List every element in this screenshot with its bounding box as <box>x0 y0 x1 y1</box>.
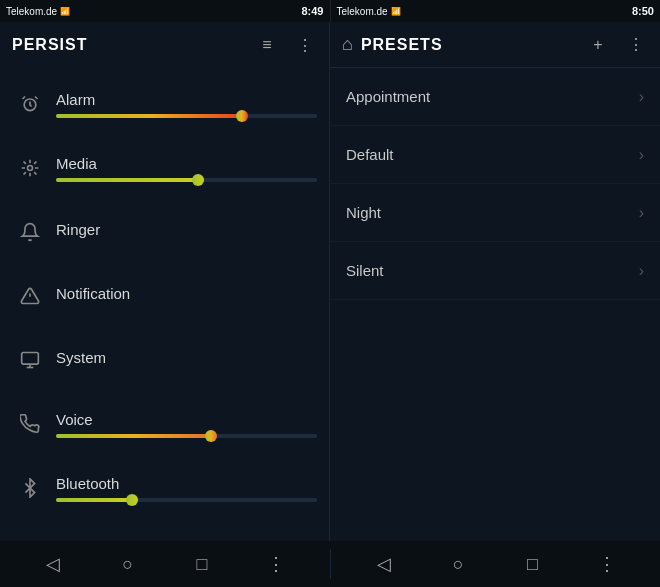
status-bars: Telekom.de 📶 8:49 Telekom.de 📶 8:50 <box>0 0 660 22</box>
top-bar-right-icons: + ⋮ <box>586 33 648 57</box>
add-preset-icon[interactable]: + <box>586 33 610 57</box>
vol-label-media: Media <box>56 155 317 172</box>
time-left: 8:49 <box>301 5 323 17</box>
vol-bar-container-voice <box>56 434 317 438</box>
volume-item-media[interactable]: Media <box>0 136 329 200</box>
vol-label-alarm: Alarm <box>56 91 317 108</box>
home-button-left[interactable]: ○ <box>112 548 144 580</box>
right-panel: ⌂ PRESETS + ⋮ Appointment › Default › Ni… <box>330 22 660 541</box>
vol-info-system: System <box>48 349 317 372</box>
status-bar-right: Telekom.de 📶 8:50 <box>331 0 661 22</box>
back-button-left[interactable]: ◁ <box>37 548 69 580</box>
vol-bar-container-bluetooth <box>56 498 317 502</box>
app-title: PERSIST <box>12 36 255 54</box>
more-icon-left[interactable]: ⋮ <box>293 33 317 57</box>
volume-item-ringer[interactable]: Ringer <box>0 200 329 264</box>
status-icons-left: 📶 <box>60 6 70 16</box>
vol-label-voice: Voice <box>56 411 317 428</box>
carrier-right: Telekom.de <box>337 6 388 17</box>
preset-item-default[interactable]: Default › <box>330 126 660 184</box>
volume-item-bluetooth[interactable]: Bluetooth <box>0 456 329 520</box>
media-icon <box>12 150 48 186</box>
back-button-right[interactable]: ◁ <box>368 548 400 580</box>
volume-item-voice[interactable]: Voice <box>0 392 329 456</box>
volume-list: Alarm Media Ringer <box>0 68 329 541</box>
vol-info-alarm: Alarm <box>48 91 317 118</box>
list-icon[interactable]: ≡ <box>255 33 279 57</box>
system-icon <box>12 342 48 378</box>
volume-item-system[interactable]: System <box>0 328 329 392</box>
status-icons-right: 📶 <box>391 6 401 16</box>
vol-bar-alarm <box>56 114 244 118</box>
vol-info-notification: Notification <box>48 285 317 308</box>
volume-item-alarm[interactable]: Alarm <box>0 72 329 136</box>
preset-name-default: Default <box>346 146 639 163</box>
time-right: 8:50 <box>632 5 654 17</box>
vol-info-ringer: Ringer <box>48 221 317 244</box>
preset-name-appointment: Appointment <box>346 88 639 105</box>
alarm-icon <box>12 86 48 122</box>
vol-bar-container-media <box>56 178 317 182</box>
top-bar-left: PERSIST ≡ ⋮ <box>0 22 329 68</box>
more-nav-left[interactable]: ⋮ <box>260 548 292 580</box>
bottom-nav: ◁ ○ □ ⋮ ◁ ○ □ ⋮ <box>0 541 660 587</box>
recent-button-right[interactable]: □ <box>516 548 548 580</box>
preset-chevron-night: › <box>639 204 644 222</box>
vol-bar-voice <box>56 434 213 438</box>
vol-info-media: Media <box>48 155 317 182</box>
presets-title: PRESETS <box>361 36 586 54</box>
preset-chevron-default: › <box>639 146 644 164</box>
bluetooth-icon <box>12 470 48 506</box>
preset-chevron-silent: › <box>639 262 644 280</box>
nav-right: ◁ ○ □ ⋮ <box>331 541 661 587</box>
top-bar-right: ⌂ PRESETS + ⋮ <box>330 22 660 68</box>
preset-item-silent[interactable]: Silent › <box>330 242 660 300</box>
vol-label-system: System <box>56 349 317 366</box>
home-preset-icon: ⌂ <box>342 34 353 55</box>
vol-bar-container-alarm <box>56 114 317 118</box>
vol-bar-media <box>56 178 200 182</box>
notification-icon <box>12 278 48 314</box>
more-preset-icon[interactable]: ⋮ <box>624 33 648 57</box>
svg-line-1 <box>23 97 26 100</box>
more-nav-right[interactable]: ⋮ <box>591 548 623 580</box>
svg-line-2 <box>35 97 38 100</box>
ringer-icon <box>12 214 48 250</box>
vol-bar-bluetooth <box>56 498 134 502</box>
preset-name-night: Night <box>346 204 639 221</box>
vol-label-notification: Notification <box>56 285 317 302</box>
left-panel: PERSIST ≡ ⋮ Alarm Media <box>0 22 330 541</box>
main-content: PERSIST ≡ ⋮ Alarm Media <box>0 22 660 541</box>
svg-rect-6 <box>22 353 39 365</box>
preset-name-silent: Silent <box>346 262 639 279</box>
preset-list: Appointment › Default › Night › Silent › <box>330 68 660 541</box>
top-bar-icons-left: ≡ ⋮ <box>255 33 317 57</box>
svg-point-3 <box>28 166 33 171</box>
vol-label-ringer: Ringer <box>56 221 317 238</box>
home-button-right[interactable]: ○ <box>442 548 474 580</box>
recent-button-left[interactable]: □ <box>186 548 218 580</box>
signal-icon-left: 📶 <box>60 6 70 16</box>
preset-chevron-appointment: › <box>639 88 644 106</box>
preset-item-appointment[interactable]: Appointment › <box>330 68 660 126</box>
signal-icon-right: 📶 <box>391 6 401 16</box>
vol-info-bluetooth: Bluetooth <box>48 475 317 502</box>
nav-left: ◁ ○ □ ⋮ <box>0 541 330 587</box>
vol-info-voice: Voice <box>48 411 317 438</box>
status-bar-left: Telekom.de 📶 8:49 <box>0 0 330 22</box>
vol-label-bluetooth: Bluetooth <box>56 475 317 492</box>
preset-item-night[interactable]: Night › <box>330 184 660 242</box>
voice-icon <box>12 406 48 442</box>
carrier-left: Telekom.de <box>6 6 57 17</box>
volume-item-notification[interactable]: Notification <box>0 264 329 328</box>
